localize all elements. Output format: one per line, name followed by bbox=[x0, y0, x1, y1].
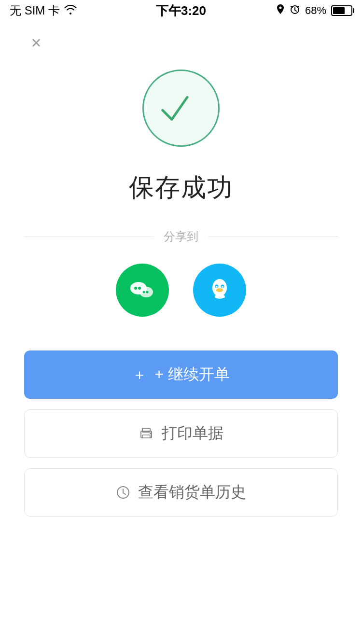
svg-rect-15 bbox=[222, 295, 225, 298]
share-icons bbox=[116, 264, 246, 317]
svg-point-3 bbox=[138, 287, 141, 290]
history-label: 查看销货单历史 bbox=[138, 482, 246, 503]
status-time: 下午3:20 bbox=[156, 2, 206, 19]
sim-status: 无 SIM 卡 bbox=[10, 3, 60, 18]
success-circle bbox=[142, 70, 220, 147]
history-icon bbox=[116, 485, 130, 500]
print-icon bbox=[139, 426, 154, 441]
svg-point-5 bbox=[142, 291, 145, 293]
close-button[interactable]: × bbox=[24, 31, 48, 55]
plus-icon: ＋ bbox=[132, 365, 147, 385]
svg-rect-18 bbox=[142, 435, 150, 438]
svg-point-6 bbox=[146, 291, 148, 293]
continue-label: + 继续开单 bbox=[154, 364, 230, 385]
alarm-icon bbox=[290, 4, 300, 17]
battery-percent: 68% bbox=[305, 4, 326, 17]
svg-point-2 bbox=[134, 287, 137, 290]
wechat-icon bbox=[127, 275, 158, 306]
history-button[interactable]: 查看销货单历史 bbox=[24, 468, 338, 517]
share-divider: 分享到 bbox=[24, 229, 338, 244]
qq-icon bbox=[204, 275, 236, 306]
print-button[interactable]: 打印单据 bbox=[24, 409, 338, 458]
svg-point-10 bbox=[216, 286, 218, 288]
close-icon: × bbox=[31, 34, 41, 52]
divider-line-right bbox=[208, 237, 338, 237]
status-left: 无 SIM 卡 bbox=[10, 3, 77, 18]
svg-point-7 bbox=[212, 279, 227, 296]
status-right: 68% bbox=[276, 4, 352, 17]
wifi-icon bbox=[64, 4, 77, 17]
main-content: × 保存成功 分享到 bbox=[0, 21, 362, 644]
wechat-share-button[interactable] bbox=[116, 264, 169, 317]
status-bar: 无 SIM 卡 下午3:20 68% bbox=[0, 0, 362, 21]
print-label: 打印单据 bbox=[162, 423, 223, 444]
svg-rect-14 bbox=[215, 295, 218, 298]
continue-button[interactable]: ＋ + 继续开单 bbox=[24, 350, 338, 399]
share-label: 分享到 bbox=[164, 229, 198, 244]
svg-point-11 bbox=[222, 286, 223, 288]
divider-line-left bbox=[24, 237, 154, 237]
svg-point-19 bbox=[150, 433, 152, 434]
location-icon bbox=[276, 4, 285, 17]
battery-icon bbox=[331, 5, 352, 16]
checkmark-icon bbox=[162, 94, 200, 123]
success-title: 保存成功 bbox=[129, 171, 233, 205]
qq-share-button[interactable] bbox=[193, 264, 246, 317]
action-buttons: ＋ + 继续开单 打印单据 查看销货单历 bbox=[24, 350, 338, 517]
